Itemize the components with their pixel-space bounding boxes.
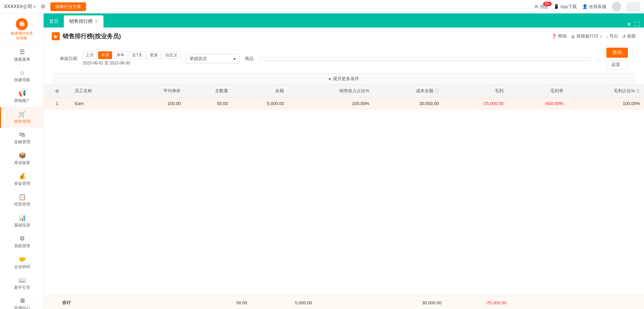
cost-info-icon[interactable]: ⓘ: [434, 88, 439, 93]
help-btn[interactable]: ❓ 帮助: [551, 33, 567, 39]
cell-name: Eam: [71, 98, 128, 110]
sidebar-item-marketing[interactable]: 📢 营销推广: [0, 86, 43, 107]
date-btn-7days[interactable]: 近7天: [129, 51, 145, 59]
logo-line2: 标准版: [11, 36, 33, 40]
cell-gross-rate: -500.00%: [508, 98, 567, 110]
message-button[interactable]: ✉ 消息 99+: [534, 4, 548, 10]
tab-active-label: 销售排行榜: [69, 18, 93, 24]
status-chevron-icon: ▾: [233, 56, 236, 61]
print-icon: 🖨: [571, 34, 575, 39]
col-avg-price: 平均单价: [128, 85, 185, 98]
sidebar-item-sales[interactable]: 🛒 销售管理: [0, 107, 43, 128]
cell-amount: 5,000.00: [232, 98, 288, 110]
cell-gross-pct: 100.00%: [567, 98, 644, 110]
sidebar-item-operation[interactable]: 📋 经营管理: [0, 190, 43, 211]
date-btn-last-month[interactable]: 上月: [83, 51, 97, 59]
tab-close-window-icon[interactable]: ✕: [627, 21, 631, 28]
gross-sort-icon[interactable]: ⇅: [636, 88, 640, 93]
table-row[interactable]: 1 Eam 100.00 50.00 5,000.00 100.00% 30,0…: [44, 98, 644, 110]
sidebar-item-apps[interactable]: 🖥 应用中心: [0, 294, 43, 309]
filter-more-btn[interactable]: ...: [597, 56, 601, 61]
query-button[interactable]: 查询: [606, 48, 628, 58]
date-btn-more[interactable]: 更多: [147, 51, 161, 59]
status-filter-label: 单据状态: [189, 56, 207, 62]
export-btn[interactable]: ↓ 导出: [606, 33, 618, 39]
help-icon: ❓: [551, 34, 557, 39]
status-filter[interactable]: 单据状态 ▾: [186, 54, 240, 63]
sidebar-logo: 畅 畅康通好生意 标准版: [0, 13, 43, 45]
sidebar-label-purchase: 采购管理: [14, 139, 30, 145]
date-btn-this-year[interactable]: 本年: [114, 51, 128, 59]
expand-row[interactable]: ▾ 展开更多条件: [52, 73, 636, 84]
col-settings[interactable]: ⚙: [44, 85, 71, 98]
sidebar-item-inventory[interactable]: 📦 库存核算: [0, 148, 43, 169]
tab-bar: 首页 销售排行榜 ✕ ✕ ⛶: [44, 13, 644, 28]
expand-chevron-icon: ▾: [329, 76, 331, 82]
sidebar-label-quick: 快捷导航: [14, 77, 30, 83]
date-btn-custom[interactable]: 自定义: [162, 51, 180, 59]
tab-sales-ranking[interactable]: 销售排行榜 ✕: [64, 15, 103, 28]
sidebar-label-apps: 应用中心: [14, 305, 30, 309]
tab-close-icon[interactable]: ✕: [95, 19, 98, 24]
main-table: ⚙ 员工名称 平均单价 主数量 全额 销售收入占比% 成本全额 ⓘ 毛利 毛利率…: [44, 85, 644, 110]
online-service-button[interactable]: 👤 在线客服: [582, 4, 606, 10]
print-label: 按模板打印: [576, 33, 598, 39]
user-name-box: [627, 2, 640, 11]
footer-qty: 50.00: [186, 300, 251, 305]
col-settings-icon: ⚙: [55, 89, 59, 94]
date-range-display: 2023-06-01 至 2023-06-30: [83, 60, 180, 66]
page-title: 销售排行榜(按业务员): [62, 32, 121, 40]
sales-icon: 🛒: [18, 110, 26, 118]
guide-icon: 📖: [18, 276, 26, 284]
table-footer: 合计 50.00 5,000.00 30,000.00 -25,000.00: [44, 296, 644, 309]
refresh-btn[interactable]: ↺ 刷新: [622, 33, 636, 39]
sidebar-label-sales: 销售管理: [14, 119, 30, 124]
sidebar: 畅 畅康通好生意 标准版 ☰ 搜索菜单 ⌂ 快捷导航 📢 营销推广 🛒 销售管理…: [0, 13, 44, 309]
company-selector[interactable]: XXXXXX公司 ▾: [4, 4, 36, 10]
tab-home[interactable]: 首页: [44, 15, 64, 28]
home-icon: ⌂: [20, 69, 24, 76]
sidebar-label-system: 系统管理: [14, 243, 30, 249]
search-order-icon: ☰: [19, 48, 25, 56]
settings-button[interactable]: 设置: [606, 60, 628, 70]
sidebar-item-search-order[interactable]: ☰ 搜索菜单: [0, 45, 43, 66]
sidebar-item-quick-nav[interactable]: ⌂ 快捷导航: [0, 66, 43, 86]
header-actions: ❓ 帮助 🖨 按模板打印 ▾ ↓ 导出 ↺ 刷新: [551, 33, 636, 39]
sidebar-item-guide[interactable]: 📖 新手引导: [0, 273, 43, 294]
top-bar: XXXXXX公司 ▾ ⚙ 体验行业方案 ✉ 消息 99+ 📱 App下载 👤 在…: [0, 0, 644, 13]
system-icon: ⚙: [19, 235, 25, 242]
cell-avg-price: 100.00: [128, 98, 185, 110]
sidebar-item-basic[interactable]: 📊 基础信息: [0, 211, 43, 231]
query-actions: 查询 设置: [606, 48, 628, 70]
goods-filter-input[interactable]: [259, 57, 592, 60]
col-amount: 全额: [232, 85, 288, 98]
collapse-btn[interactable]: ▶: [52, 32, 60, 40]
company-name: XXXXXX公司: [4, 4, 32, 10]
table-header-row: ⚙ 员工名称 平均单价 主数量 全额 销售收入占比% 成本全额 ⓘ 毛利 毛利率…: [44, 85, 644, 98]
date-btn-this-month[interactable]: 本月: [98, 51, 112, 59]
sidebar-item-system[interactable]: ⚙ 系统管理: [0, 231, 43, 252]
export-icon: ↓: [606, 34, 608, 39]
col-gross-rate: 毛利率: [508, 85, 567, 98]
help-label: 帮助: [558, 33, 567, 39]
goods-filter-label: 商品: [245, 56, 254, 62]
sidebar-item-collab[interactable]: 🤝 企业协同: [0, 252, 43, 273]
top-right-area: ✉ 消息 99+ 📱 App下载 👤 在线客服: [534, 2, 640, 11]
app-download-button[interactable]: 📱 App下载: [554, 4, 577, 10]
cell-gross: -25,000.00: [443, 98, 508, 110]
table-body: 1 Eam 100.00 50.00 5,000.00 100.00% 30,0…: [44, 98, 644, 110]
filter-row: 单据日期 上月 本月 本年 近7天 更多 自定义 2023-06-01 至 20…: [52, 44, 636, 73]
sidebar-item-finance[interactable]: 💰 资金管理: [0, 169, 43, 190]
service-icon: 👤: [582, 4, 588, 9]
user-avatar[interactable]: [612, 2, 621, 11]
settings-icon[interactable]: ⚙: [38, 2, 48, 11]
table-wrap: ⚙ 员工名称 平均单价 主数量 全额 销售收入占比% 成本全额 ⓘ 毛利 毛利率…: [44, 85, 644, 296]
sidebar-label-finance: 资金管理: [14, 181, 30, 187]
refresh-icon: ↺: [622, 34, 626, 39]
trial-button[interactable]: 体验行业方案: [50, 2, 86, 11]
tab-maximize-icon[interactable]: ⛶: [635, 21, 640, 28]
sidebar-item-purchase[interactable]: 🛍 采购管理: [0, 128, 43, 148]
content-area: 首页 销售排行榜 ✕ ✕ ⛶ ▶ 销售排行榜(按业务员) ❓: [44, 13, 644, 309]
print-btn[interactable]: 🖨 按模板打印 ▾: [571, 33, 602, 39]
marketing-icon: 📢: [18, 90, 26, 97]
